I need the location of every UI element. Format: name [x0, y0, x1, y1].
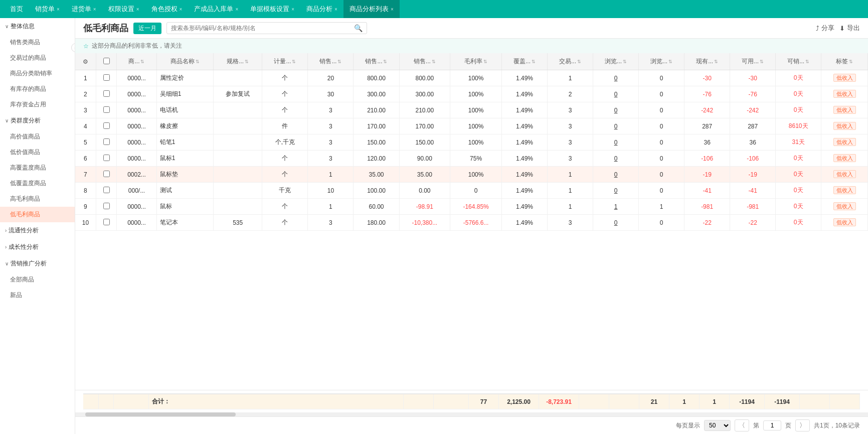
col-saleable-days[interactable]: 可销...⇅	[776, 53, 821, 70]
col-name[interactable]: 商品名称⇅	[156, 53, 213, 70]
sidebar-item-in-stock[interactable]: 有库存的商品	[0, 81, 75, 97]
nav-item-permission[interactable]: 权限设置 ×	[102, 0, 145, 18]
sidebar-item-low-coverage[interactable]: 低覆盖度商品	[0, 176, 75, 191]
sidebar-item-high-value[interactable]: 高价值商品	[0, 129, 75, 144]
view1-link[interactable]: 0	[614, 107, 618, 114]
col-view1[interactable]: 浏览...⇅	[593, 53, 639, 70]
sidebar-group-cluster[interactable]: ∨ 类群度分析	[0, 112, 75, 129]
view1-link[interactable]: 0	[614, 123, 618, 130]
view1-link[interactable]: 0	[614, 155, 618, 162]
nav-close-analysis-list[interactable]: ×	[391, 7, 394, 12]
cell-gross-margin: 100%	[450, 167, 502, 183]
next-page-button[interactable]: 〉	[795, 419, 810, 431]
cell-coverage: 1.49%	[502, 183, 548, 199]
sidebar-group-overview[interactable]: ∨ 整体信息	[0, 18, 75, 35]
nav-item-sales[interactable]: 销货单 ×	[29, 0, 66, 18]
sidebar-group-growth[interactable]: › 成长性分析	[0, 239, 75, 255]
sidebar-group-marketing[interactable]: ∨ 营销推广分析	[0, 255, 75, 272]
col-gross-margin[interactable]: 毛利率⇅	[450, 53, 502, 70]
cell-sales-profit: 170.00	[399, 118, 450, 134]
col-current-stock[interactable]: 现有...⇅	[684, 53, 730, 70]
search-input[interactable]	[171, 25, 354, 32]
nav-item-analysis[interactable]: 商品分析 ×	[300, 0, 343, 18]
export-icon: ⬇	[839, 25, 845, 32]
cell-view2: 1	[639, 199, 684, 215]
select-all-checkbox[interactable]	[103, 58, 110, 64]
share-button[interactable]: ⤴ 分享	[816, 24, 834, 33]
row-checkbox[interactable]	[103, 90, 110, 97]
nav-close-permission[interactable]: ×	[136, 7, 139, 12]
col-tag[interactable]: 标签⇅	[821, 53, 868, 70]
nav-item-product-entry[interactable]: 产成品入库单 ×	[188, 0, 244, 18]
view1-link[interactable]: 0	[614, 187, 618, 194]
row-checkbox[interactable]	[103, 138, 110, 145]
cell-unit: 个	[262, 151, 308, 167]
cell-coverage: 1.49%	[502, 134, 548, 151]
nav-item-purchase[interactable]: 进货单 ×	[66, 0, 102, 18]
cell-name: 测试	[156, 183, 213, 199]
sidebar-item-sales-products[interactable]: 销售类商品	[0, 35, 75, 50]
row-checkbox[interactable]	[103, 106, 110, 113]
nav-item-analysis-list[interactable]: 商品分析列表 ×	[343, 0, 400, 18]
sidebar-group-liquidity[interactable]: › 流通性分析	[0, 222, 75, 239]
view1-link[interactable]: 1	[614, 203, 618, 210]
cell-name: 属性定价	[156, 70, 213, 86]
row-checkbox[interactable]	[103, 155, 110, 161]
sidebar-item-low-value[interactable]: 低价值商品	[0, 144, 75, 160]
page-size-select[interactable]: 50 100 200	[704, 420, 731, 431]
row-checkbox[interactable]	[103, 219, 110, 225]
nav-close-role[interactable]: ×	[180, 7, 183, 12]
prev-page-button[interactable]: 〈	[735, 419, 749, 431]
col-spec[interactable]: 规格...⇅	[214, 53, 262, 70]
sidebar-item-new-products[interactable]: 新品	[0, 287, 75, 303]
col-coverage[interactable]: 覆盖...⇅	[502, 53, 548, 70]
row-checkbox[interactable]	[103, 74, 110, 81]
nav-item-home[interactable]: 首页	[4, 0, 29, 18]
col-available-stock[interactable]: 可用...⇅	[730, 53, 776, 70]
cell-unit: 个	[262, 86, 308, 102]
col-sales-amount[interactable]: 销售...⇅	[354, 53, 399, 70]
cell-sales-qty: 30	[308, 86, 354, 102]
view1-link[interactable]: 0	[614, 171, 618, 178]
cell-name: 鼠标1	[156, 151, 213, 167]
row-checkbox[interactable]	[103, 203, 110, 209]
row-checkbox[interactable]	[103, 187, 110, 193]
cell-tag: 低收入	[821, 183, 868, 199]
nav-close-analysis[interactable]: ×	[334, 7, 337, 12]
cell-gross-margin: 100%	[450, 118, 502, 134]
view1-link[interactable]: 0	[614, 219, 618, 226]
col-trade-count[interactable]: 交易...⇅	[548, 53, 593, 70]
view1-link[interactable]: 0	[614, 139, 618, 146]
export-button[interactable]: ⬇ 导出	[839, 24, 860, 33]
nav-close-template[interactable]: ×	[291, 7, 294, 12]
sidebar-item-high-margin[interactable]: 高毛利商品	[0, 191, 75, 207]
sidebar-item-all-products[interactable]: 全部商品	[0, 272, 75, 287]
page-input[interactable]	[763, 420, 781, 430]
nav-item-role[interactable]: 角色授权 ×	[145, 0, 189, 18]
col-sales-profit[interactable]: 销售...⇅	[399, 53, 450, 70]
nav-close-sales[interactable]: ×	[57, 7, 60, 12]
view1-link[interactable]: 0	[614, 75, 618, 82]
date-filter-button[interactable]: 近一月	[133, 23, 161, 34]
cell-sales-amount: 60.00	[354, 199, 399, 215]
nav-close-product-entry[interactable]: ×	[235, 7, 238, 12]
sidebar-item-low-margin[interactable]: 低毛利商品	[0, 207, 75, 222]
search-icon[interactable]: 🔍	[354, 24, 363, 32]
col-settings[interactable]: ⚙	[75, 53, 96, 70]
view1-link[interactable]: 0	[614, 91, 618, 98]
row-checkbox[interactable]	[103, 122, 110, 129]
sidebar-item-category-rate[interactable]: 商品分类助销率	[0, 66, 75, 81]
col-view2[interactable]: 浏览...⇅	[639, 53, 684, 70]
col-code[interactable]: 商...⇅	[117, 53, 156, 70]
sidebar-item-stock-capital[interactable]: 库存资金占用	[0, 97, 75, 112]
cell-tag: 低收入	[821, 134, 868, 151]
cell-checkbox	[96, 134, 117, 151]
nav-close-purchase[interactable]: ×	[93, 7, 96, 12]
nav-item-template[interactable]: 单据模板设置 ×	[244, 0, 300, 18]
sidebar-item-traded-products[interactable]: 交易过的商品	[0, 50, 75, 66]
horizontal-scrollbar[interactable]	[75, 412, 868, 416]
row-checkbox[interactable]	[103, 171, 110, 177]
sidebar-item-high-coverage[interactable]: 高覆盖度商品	[0, 160, 75, 176]
col-unit[interactable]: 计量...⇅	[262, 53, 308, 70]
col-sales-qty[interactable]: 销售...⇅	[308, 53, 354, 70]
